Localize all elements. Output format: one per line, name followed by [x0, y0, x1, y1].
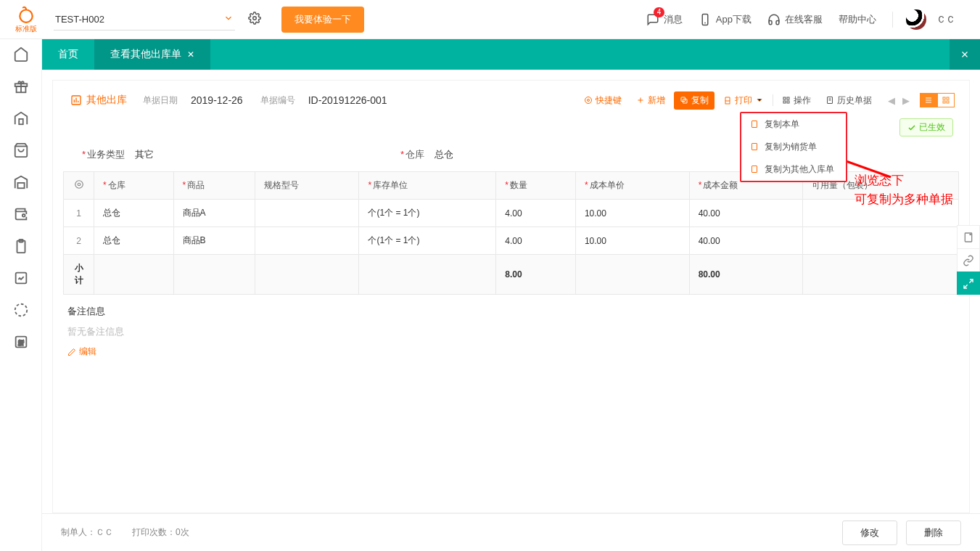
remarks-empty: 暂无备注信息: [67, 325, 955, 338]
modify-button[interactable]: 修改: [842, 521, 897, 545]
svg-rect-33: [787, 101, 789, 103]
table-row[interactable]: 2 总仓 商品B 个(1个 = 1个) 4.00 10.00 40.00: [64, 227, 959, 255]
document-header: 其他出库 单据日期 2019-12-26 单据编号 ID-20191226-00…: [53, 81, 969, 111]
money-icon[interactable]: [13, 206, 29, 222]
link-tool[interactable]: [957, 248, 980, 272]
date-value: 2019-12-26: [191, 94, 243, 106]
copy-dropdown: 复制本单 复制为销货单 复制为其他入库单: [740, 112, 847, 182]
doc-icon: [750, 120, 759, 128]
business-type-value: 其它: [135, 148, 154, 161]
bag-icon[interactable]: [13, 142, 29, 158]
online-service-label: 在线客服: [785, 13, 823, 26]
print-count-info: 打印次数：0次: [132, 526, 189, 539]
table-row[interactable]: 1 总仓 商品A 个(1个 = 1个) 4.00 10.00 40.00: [64, 200, 959, 227]
svg-rect-44: [752, 121, 757, 128]
footer-bar: 制单人：ＣＣ 打印次数：0次 修改 删除: [42, 513, 980, 551]
add-button[interactable]: 新增: [630, 91, 671, 110]
note-tool[interactable]: [957, 225, 980, 248]
remarks-title: 备注信息: [67, 305, 955, 318]
doc-icon: [750, 165, 759, 174]
org-selector[interactable]: TEST-H002: [54, 9, 235, 30]
help-center-label: 帮助中心: [839, 13, 876, 26]
view-toggle: [920, 93, 955, 107]
left-nav: 新: [0, 39, 42, 551]
tab-home[interactable]: 首页: [42, 39, 94, 70]
svg-point-51: [970, 234, 971, 234]
phone-icon: [699, 13, 712, 26]
edition-label: 标准版: [15, 24, 37, 34]
print-button[interactable]: 打印: [717, 91, 770, 110]
svg-line-53: [964, 285, 968, 288]
avatar: [906, 9, 926, 30]
report-icon[interactable]: [13, 270, 29, 286]
panel-title: 其他出库: [67, 89, 130, 111]
app-download-button[interactable]: App下载: [699, 13, 752, 26]
user-menu[interactable]: ＣＣ: [906, 9, 955, 30]
warehouse-value: 总仓: [435, 148, 453, 161]
operations-button[interactable]: 操作: [776, 91, 817, 110]
field-warehouse: *仓库 总仓: [400, 148, 453, 161]
new-icon[interactable]: 新: [13, 334, 29, 350]
status-badge: 已生效: [899, 118, 953, 136]
chevron-down-icon: [755, 96, 764, 105]
expand-tool[interactable]: [957, 272, 980, 295]
messages-button[interactable]: 4 消息: [646, 13, 683, 26]
svg-rect-9: [17, 183, 24, 188]
svg-rect-30: [783, 97, 786, 99]
close-all-tabs[interactable]: [950, 39, 980, 70]
svg-point-48: [75, 181, 83, 189]
prev-record[interactable]: ◀: [885, 95, 898, 106]
shortcut-button[interactable]: 快捷键: [578, 91, 627, 110]
copy-same-doc[interactable]: 复制本单: [741, 113, 846, 136]
help-center-button[interactable]: 帮助中心: [839, 13, 876, 26]
line-items-table: *仓库 *商品 规格型号 *库存单位 *数量 *成本单价 *成本金额 可用量（包…: [53, 171, 969, 295]
date-label: 单据日期: [143, 94, 178, 107]
history-button[interactable]: 历史单据: [820, 91, 878, 110]
svg-rect-32: [783, 101, 786, 103]
plus-icon: [636, 96, 645, 105]
tab-view-outbound[interactable]: 查看其他出库单 ✕: [94, 39, 210, 70]
cta-button[interactable]: 我要体验一下: [281, 7, 364, 33]
document-actions: 快捷键 新增 复制 打: [578, 91, 955, 110]
top-bar: 标准版 TEST-H002 我要体验一下 4 消息 App下载 在线客服 帮助中…: [0, 0, 980, 39]
creator-info: 制单人：ＣＣ: [61, 526, 113, 539]
svg-rect-45: [752, 144, 757, 150]
user-name: ＣＣ: [936, 13, 955, 26]
clipboard-icon[interactable]: [13, 238, 29, 254]
separator: [773, 94, 773, 106]
svg-point-0: [20, 9, 32, 22]
building-icon[interactable]: [13, 110, 29, 126]
right-tool-rail: [957, 225, 980, 295]
circle-icon[interactable]: [13, 302, 29, 318]
home-icon[interactable]: [13, 46, 29, 62]
copy-button[interactable]: 复制: [674, 91, 715, 110]
message-badge: 4: [654, 7, 665, 17]
gear-column[interactable]: [64, 172, 94, 200]
copy-to-inbound-doc[interactable]: 复制为其他入库单: [741, 158, 846, 181]
edit-remarks-button[interactable]: 编辑: [67, 346, 955, 358]
org-name: TEST-H002: [55, 14, 104, 25]
settings-icon[interactable]: [248, 12, 261, 27]
delete-button[interactable]: 删除: [906, 521, 961, 545]
svg-rect-41: [947, 97, 949, 99]
svg-point-14: [15, 304, 27, 317]
document-card: 其他出库 单据日期 2019-12-26 单据编号 ID-20191226-00…: [52, 80, 970, 513]
warehouse-icon[interactable]: [13, 174, 29, 190]
view-list[interactable]: [920, 93, 937, 107]
svg-rect-29: [725, 101, 730, 104]
messages-label: 消息: [664, 13, 683, 26]
svg-point-10: [22, 214, 25, 217]
copy-to-sales-doc[interactable]: 复制为销货单: [741, 136, 846, 158]
close-icon[interactable]: ✕: [187, 49, 194, 60]
svg-rect-7: [19, 119, 23, 124]
next-record[interactable]: ▶: [899, 95, 913, 106]
gift-icon[interactable]: [13, 78, 29, 94]
subtotal-row: 小计 8.00 80.00: [64, 255, 959, 295]
doc-icon: [750, 142, 759, 151]
app-download-label: App下载: [716, 13, 752, 26]
online-service-button[interactable]: 在线客服: [767, 13, 823, 26]
view-card[interactable]: [937, 93, 955, 107]
record-pager: ◀ ▶: [885, 95, 913, 106]
logo-icon: [17, 5, 36, 24]
logo: 标准版: [9, 5, 44, 34]
